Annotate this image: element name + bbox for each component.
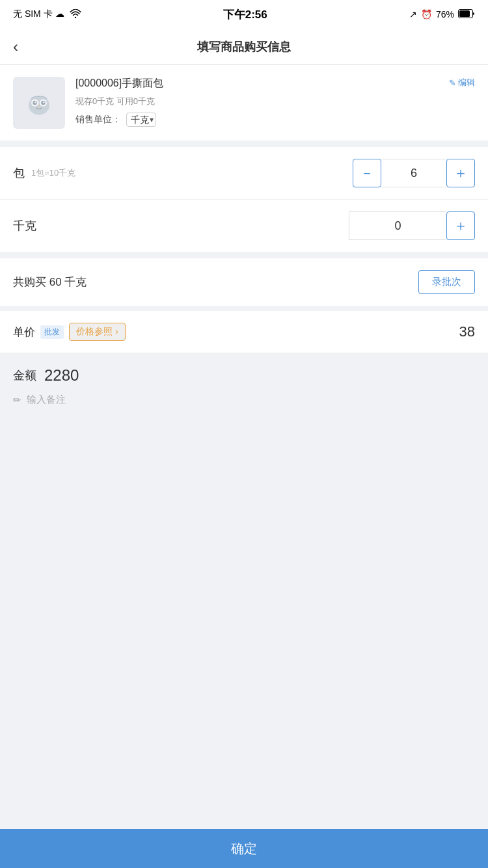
status-right: ↗ ⏰ 76% — [409, 9, 475, 20]
price-label-group: 单价 批发 价格参照 › — [13, 323, 126, 341]
owl-logo-icon — [23, 87, 55, 118]
price-ref-button[interactable]: 价格参照 › — [69, 323, 126, 341]
unit-label: 销售单位： — [75, 114, 121, 126]
package-row: 包 1包=10千克 － ＋ — [0, 147, 488, 200]
unit-select[interactable]: 千克 包 — [126, 113, 156, 127]
note-row[interactable]: ✏ 输入备注 — [13, 394, 475, 406]
edit-button[interactable]: ✎ 编辑 — [449, 77, 475, 88]
note-placeholder: 输入备注 — [27, 394, 66, 406]
amount-label: 金额 — [13, 368, 36, 383]
kilo-input[interactable] — [349, 211, 446, 240]
kilo-row: 千克 ＋ — [0, 200, 488, 252]
svg-point-0 — [74, 16, 75, 18]
package-text: 包 — [13, 165, 25, 181]
price-section: 单价 批发 价格参照 › 38 — [0, 306, 488, 353]
package-minus-button[interactable]: － — [353, 159, 381, 187]
sim-indicator: 无 SIM 卡 ☁ — [13, 8, 64, 20]
pencil-icon: ✏ — [13, 394, 21, 406]
location-icon: ↗ — [409, 9, 417, 20]
product-unit-row: 销售单位： 千克 包 — [75, 113, 475, 127]
status-time: 下午2:56 — [223, 7, 267, 22]
package-input[interactable] — [381, 159, 446, 187]
back-button[interactable]: ‹ — [13, 38, 18, 56]
edit-icon: ✎ — [449, 78, 456, 88]
package-label: 包 1包=10千克 — [13, 165, 75, 181]
price-label: 单价 — [13, 325, 35, 340]
package-plus-button[interactable]: ＋ — [446, 159, 475, 187]
product-card: [0000006]手撕面包 ✎ 编辑 现存0千克 可用0千克 销售单位： 千克 … — [0, 65, 488, 141]
product-info: [0000006]手撕面包 ✎ 编辑 现存0千克 可用0千克 销售单位： 千克 … — [75, 77, 475, 127]
status-left: 无 SIM 卡 ☁ — [13, 8, 81, 20]
price-value: 38 — [459, 323, 475, 340]
total-label: 共购买 60 千克 — [13, 275, 87, 290]
amount-row: 金额 2280 — [13, 366, 475, 385]
package-section: 包 1包=10千克 － ＋ 千克 ＋ — [0, 147, 488, 252]
nav-bar: ‹ 填写商品购买信息 — [0, 29, 488, 65]
battery-level: 76% — [436, 9, 454, 20]
kilo-plus-button[interactable]: ＋ — [446, 211, 475, 240]
battery-icon — [458, 9, 475, 20]
amount-section: 金额 2280 ✏ 输入备注 — [0, 353, 488, 413]
kilo-stepper: ＋ — [349, 211, 475, 240]
status-bar: 无 SIM 卡 ☁ 下午2:56 ↗ ⏰ 76% — [0, 0, 488, 29]
price-row: 单价 批发 价格参照 › 38 — [0, 311, 488, 353]
kilo-label: 千克 — [13, 218, 36, 234]
confirm-button[interactable]: 确定 — [0, 829, 488, 868]
product-name: [0000006]手撕面包 — [75, 77, 163, 90]
svg-point-8 — [34, 102, 36, 103]
package-sub-label: 1包=10千克 — [31, 167, 75, 179]
amount-value: 2280 — [44, 366, 79, 385]
package-stepper: － ＋ — [353, 159, 475, 187]
content-area: [0000006]手撕面包 ✎ 编辑 现存0千克 可用0千克 销售单位： 千克 … — [0, 65, 488, 868]
price-tag: 批发 — [40, 325, 64, 339]
alarm-icon: ⏰ — [421, 9, 432, 20]
wifi-icon — [70, 9, 81, 20]
page-title: 填写商品购买信息 — [197, 39, 291, 55]
unit-select-wrap[interactable]: 千克 包 — [126, 113, 156, 127]
product-image — [13, 77, 65, 129]
edit-label: 编辑 — [458, 77, 475, 88]
svg-rect-2 — [459, 10, 470, 17]
kilo-text: 千克 — [13, 218, 36, 234]
svg-point-9 — [43, 102, 44, 103]
record-batch-button[interactable]: 录批次 — [418, 270, 475, 294]
product-stock: 现存0千克 可用0千克 — [75, 96, 475, 107]
total-row: 共购买 60 千克 录批次 — [0, 258, 488, 306]
